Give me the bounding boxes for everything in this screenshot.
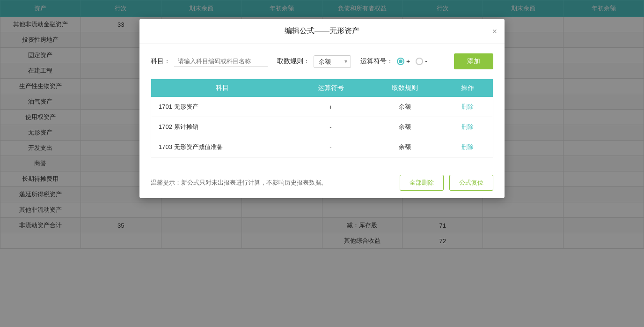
radio-minus-circle: [416, 58, 423, 65]
formula-rule: 余额: [368, 97, 442, 117]
delete-row-link[interactable]: 删除: [461, 103, 474, 110]
formula-operator: +: [293, 97, 368, 117]
radio-minus-item[interactable]: -: [416, 58, 427, 65]
subject-group: 科目：: [151, 56, 268, 67]
radio-plus-circle: [397, 58, 404, 65]
table-header-row: 科目 运算符号 取数规则 操作: [151, 79, 493, 97]
rule-select-wrapper: 余额 借方 贷方: [314, 55, 351, 68]
formula-operator: -: [293, 137, 368, 157]
th-rule: 取数规则: [368, 79, 442, 97]
footer-buttons: 全部删除 公式复位: [400, 175, 493, 191]
modal-overlay: 编辑公式——无形资产 × 科目： 取数规则： 余额 借方: [0, 0, 644, 327]
subject-label: 科目：: [151, 57, 170, 66]
subject-input[interactable]: [174, 56, 268, 67]
reset-formula-button[interactable]: 公式复位: [449, 175, 493, 191]
rule-group: 取数规则： 余额 借方 贷方: [277, 55, 351, 68]
formula-rule: 余额: [368, 117, 442, 137]
footer-tip: 温馨提示：新公式只对未出报表进行计算，不影响历史报表数据。: [151, 178, 327, 187]
formula-subject: 1701 无形资产: [151, 97, 294, 117]
formula-action: 删除: [442, 97, 493, 117]
operator-label: 运算符号：: [360, 57, 393, 66]
modal-header: 编辑公式——无形资产 ×: [139, 19, 505, 44]
formula-action: 删除: [442, 117, 493, 137]
th-subject: 科目: [151, 79, 294, 97]
formula-row: 1701 无形资产+余额删除: [151, 97, 493, 117]
th-action: 操作: [442, 79, 493, 97]
add-button[interactable]: 添加: [454, 53, 493, 69]
modal-title: 编辑公式——无形资产: [285, 26, 359, 36]
formula-action: 删除: [442, 137, 493, 157]
formula-table: 科目 运算符号 取数规则 操作 1701 无形资产+余额删除1702 累计摊销-…: [151, 79, 493, 157]
formula-row: 1702 累计摊销-余额删除: [151, 117, 493, 137]
radio-minus-label: -: [425, 58, 427, 65]
formula-row: 1703 无形资产减值准备-余额删除: [151, 137, 493, 157]
radio-plus-label: +: [406, 58, 410, 65]
delete-all-button[interactable]: 全部删除: [400, 175, 444, 191]
rule-label: 取数规则：: [277, 57, 310, 66]
delete-row-link[interactable]: 删除: [461, 123, 474, 130]
formula-subject: 1702 累计摊销: [151, 117, 294, 137]
delete-row-link[interactable]: 删除: [461, 143, 474, 150]
modal-footer: 温馨提示：新公式只对未出报表进行计算，不影响历史报表数据。 全部删除 公式复位: [139, 167, 505, 198]
form-row: 科目： 取数规则： 余额 借方 贷方 运算符号: [151, 53, 493, 69]
modal-body: 科目： 取数规则： 余额 借方 贷方 运算符号: [139, 44, 505, 167]
formula-subject: 1703 无形资产减值准备: [151, 137, 294, 157]
rule-select[interactable]: 余额 借方 贷方: [314, 55, 351, 68]
radio-plus-item[interactable]: +: [397, 58, 410, 65]
modal-close-button[interactable]: ×: [492, 27, 497, 36]
operator-group: 运算符号： + -: [360, 57, 427, 66]
formula-operator: -: [293, 117, 368, 137]
modal-dialog: 编辑公式——无形资产 × 科目： 取数规则： 余额 借方: [139, 19, 505, 198]
formula-rule: 余额: [368, 137, 442, 157]
th-operator: 运算符号: [293, 79, 368, 97]
radio-group: + -: [397, 58, 427, 65]
